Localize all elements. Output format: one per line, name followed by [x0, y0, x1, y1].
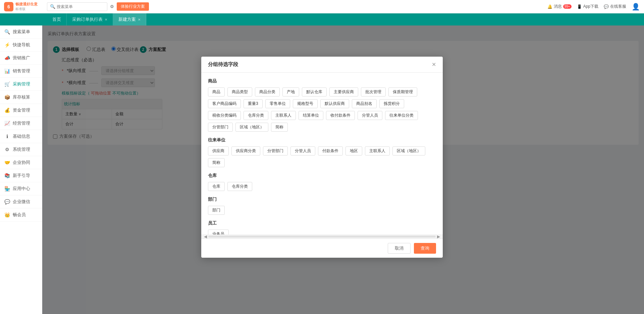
confirm-button[interactable]: 查询: [414, 243, 436, 254]
tab-home[interactable]: 首页: [47, 13, 67, 25]
sidebar-item-purchase[interactable]: 🛒 采购管理: [0, 78, 42, 91]
field-tag-batch-mgmt[interactable]: 批次管理: [361, 87, 386, 97]
field-tag-shelf-life[interactable]: 保质期管理: [388, 87, 417, 97]
section-dept: 部门 部门: [208, 196, 436, 215]
logo-area: 6 畅捷通好生意 标准版: [4, 2, 44, 11]
field-tag-abbrev[interactable]: 简称: [271, 123, 288, 132]
sidebar-operations-label: 经营管理: [13, 120, 30, 126]
field-tag-payment-terms[interactable]: 收付款条件: [326, 111, 355, 120]
modal-title: 分组待选字段: [208, 61, 238, 68]
sidebar-item-sales[interactable]: 📊 销售管理: [0, 65, 42, 78]
section-partner-fields: 供应商 供应商分类 分管部门 分管人员 付款条件 地区 主联系人 区域（地区） …: [208, 146, 436, 167]
sidebar-item-member[interactable]: 👑 畅会员: [0, 208, 42, 222]
field-tag-supplier-category[interactable]: 供应商分类: [231, 146, 260, 155]
field-tag-dept[interactable]: 部门: [208, 206, 225, 215]
search-bar[interactable]: 🔍: [47, 2, 107, 11]
sidebar-sales-label: 销售管理: [13, 68, 30, 74]
field-tag-goods-alias[interactable]: 商品别名: [352, 99, 377, 108]
sidebar-purchase-label: 采购管理: [13, 81, 30, 87]
sidebar-search-label: 搜索菜单: [13, 29, 30, 35]
user-avatar[interactable]: 👤: [632, 3, 640, 11]
field-tag-customer-code[interactable]: 客户商品编码: [208, 99, 241, 108]
search-icon: 🔍: [50, 4, 55, 9]
field-tag-main-contact[interactable]: 主联系人: [271, 111, 296, 120]
settings-icon[interactable]: ⚙: [110, 4, 114, 9]
tab-new-plan-close[interactable]: ✕: [138, 18, 141, 21]
field-tag-region[interactable]: 区域（地区）: [235, 123, 268, 132]
field-tag-partner-dept[interactable]: 分管部门: [263, 146, 288, 155]
field-tag-weight3[interactable]: 重量3: [244, 99, 263, 108]
field-tag-warehouse[interactable]: 仓库: [208, 182, 225, 191]
notification-btn[interactable]: 🔔 消息 99+: [547, 4, 572, 9]
inventory-icon: 📦: [4, 94, 10, 100]
cancel-button[interactable]: 取消: [388, 243, 411, 254]
field-tag-default-supplier[interactable]: 默认供应商: [320, 99, 349, 108]
field-tag-tax-code[interactable]: 税收分类编码: [208, 111, 241, 120]
tab-new-plan[interactable]: 新建方案 ✕: [113, 13, 146, 25]
field-tag-goods[interactable]: 商品: [208, 87, 225, 97]
quick-nav-icon: ⚡: [4, 42, 10, 48]
section-warehouse-fields: 仓库 仓库分类: [208, 182, 436, 191]
app-download-btn[interactable]: 📱 App下载: [577, 4, 598, 9]
field-tag-main-supplier[interactable]: 主要供应商: [329, 87, 358, 97]
sidebar-item-wechat[interactable]: 💬 企业微信: [0, 195, 42, 208]
logo-icon: 6: [4, 2, 13, 11]
user-icon: 👤: [632, 3, 640, 11]
search-input[interactable]: [57, 4, 97, 9]
field-tag-dept-in-charge[interactable]: 分管部门: [208, 123, 233, 132]
field-tag-partner-contact[interactable]: 主联系人: [365, 146, 390, 155]
sidebar-item-collab[interactable]: 🤝 企业协同: [0, 156, 42, 169]
tab-home-label: 首页: [52, 16, 61, 22]
sidebar-item-marketing[interactable]: 📣 营销推广: [0, 52, 42, 65]
section-employee-title: 员工: [208, 220, 436, 226]
tab-purchase-close[interactable]: ✕: [105, 18, 107, 21]
section-dept-title: 部门: [208, 196, 436, 202]
field-tag-partner-category[interactable]: 往来单位分类: [385, 111, 418, 120]
scroll-track: [208, 236, 436, 238]
section-warehouse-title: 仓库: [208, 173, 436, 179]
notification-badge: 99+: [563, 4, 572, 9]
sidebar-quick-nav-label: 快捷导航: [13, 42, 30, 48]
experience-btn[interactable]: 体验行业方案: [117, 2, 149, 11]
field-tag-partner-abbrev[interactable]: 简称: [208, 158, 225, 167]
modal-horizontal-scrollbar[interactable]: ◀ ▶: [201, 235, 443, 239]
field-tag-partner-region[interactable]: 区域（地区）: [392, 146, 425, 155]
field-tag-origin[interactable]: 产地: [282, 87, 299, 97]
field-tag-goods-type[interactable]: 商品类型: [227, 87, 252, 97]
field-tag-retail-unit[interactable]: 零售单位: [265, 99, 290, 108]
section-warehouse: 仓库 仓库 仓库分类: [208, 173, 436, 191]
sidebar-item-finance[interactable]: 💰 资金管理: [0, 104, 42, 117]
field-tag-warehouse-category[interactable]: 仓库分类: [227, 182, 252, 191]
online-service-btn[interactable]: 💬 在线客服: [604, 4, 626, 9]
field-tag-warehouse-cat[interactable]: 仓库分类: [244, 111, 268, 120]
sidebar-item-basic-info[interactable]: ℹ 基础信息: [0, 130, 42, 143]
sidebar-item-guide[interactable]: 📚 新手引导: [0, 169, 42, 182]
sidebar-item-operations[interactable]: 📈 经营管理: [0, 117, 42, 130]
sidebar-item-search[interactable]: 🔍 搜索菜单: [0, 25, 42, 39]
member-icon: 👑: [4, 212, 10, 218]
sidebar-guide-label: 新手引导: [13, 173, 30, 179]
field-tag-area[interactable]: 地区: [345, 146, 362, 155]
system-icon: ⚙: [4, 146, 10, 152]
modal-close-btn[interactable]: ✕: [432, 61, 436, 68]
sidebar-item-system[interactable]: ⚙ 系统管理: [0, 143, 42, 156]
tab-purchase-list[interactable]: 采购订单执行表 ✕: [67, 13, 113, 25]
field-tag-pick-points[interactable]: 拣货积分: [379, 99, 404, 108]
section-goods-title: 商品: [208, 78, 436, 84]
field-tag-spec-model[interactable]: 规格型号: [293, 99, 318, 108]
field-tag-settlement-unit[interactable]: 结算单位: [299, 111, 323, 120]
field-tag-supplier[interactable]: 供应商: [208, 146, 229, 155]
field-tag-default-warehouse[interactable]: 默认仓库: [302, 87, 327, 97]
sidebar-item-inventory[interactable]: 📦 库存核算: [0, 91, 42, 104]
sidebar-item-quick-nav[interactable]: ⚡ 快捷导航: [0, 39, 42, 52]
field-tag-salesperson[interactable]: 业务员: [208, 230, 229, 235]
field-tag-partner-supervisor[interactable]: 分管人员: [290, 146, 315, 155]
sidebar-system-label: 系统管理: [13, 146, 30, 152]
notification-label: 消息: [554, 4, 562, 9]
sidebar-item-app-center[interactable]: 🏪 应用中心: [0, 182, 42, 195]
field-tag-payment-cond[interactable]: 付款条件: [318, 146, 343, 155]
tab-purchase-label: 采购订单执行表: [72, 16, 103, 22]
field-tag-supervisor[interactable]: 分管人员: [358, 111, 382, 120]
field-tag-goods-category[interactable]: 商品分类: [255, 87, 280, 97]
modal-footer: 取消 查询: [201, 239, 443, 258]
